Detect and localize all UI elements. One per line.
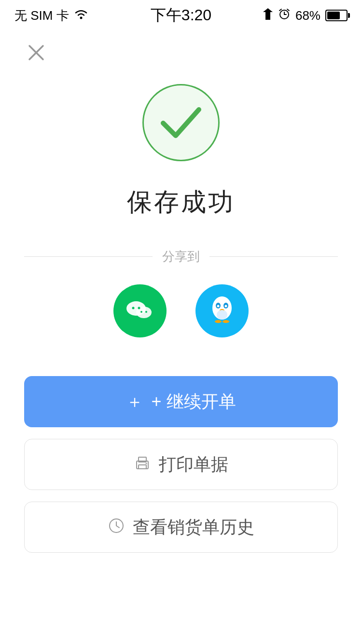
continue-label: + 继续开单: [151, 390, 236, 414]
continue-button[interactable]: ＋ + 继续开单: [24, 376, 338, 427]
share-icons-row: [24, 284, 338, 337]
svg-point-7: [132, 307, 135, 309]
svg-point-8: [138, 307, 140, 309]
svg-point-19: [223, 320, 229, 323]
wechat-icon: [124, 297, 156, 325]
qq-share-button[interactable]: [195, 284, 249, 337]
status-right: 68%: [263, 8, 348, 24]
print-button[interactable]: 打印单据: [24, 439, 338, 490]
clock-icon: [108, 517, 125, 537]
qq-icon: [207, 294, 237, 328]
divider-left: [24, 256, 153, 257]
battery-icon: [325, 10, 348, 21]
wifi-icon: [74, 8, 88, 23]
svg-point-18: [215, 320, 222, 323]
close-button[interactable]: [24, 41, 48, 65]
success-circle: [142, 84, 220, 161]
print-label: 打印单据: [159, 453, 228, 476]
main-content: 保存成功 分享到: [0, 31, 362, 562]
svg-point-0: [80, 16, 82, 19]
status-time: 下午3:20: [151, 5, 211, 26]
svg-point-15: [225, 305, 227, 308]
svg-point-10: [145, 311, 147, 313]
share-section: 分享到: [24, 248, 338, 337]
alarm-icon: [278, 8, 291, 24]
status-bar: 无 SIM 卡 下午3:20 68%: [0, 0, 362, 31]
close-button-wrapper: [24, 41, 338, 65]
divider-right: [209, 256, 338, 257]
divider-row: 分享到: [24, 248, 338, 265]
svg-rect-22: [139, 465, 146, 469]
svg-point-14: [217, 305, 220, 308]
printer-icon: [134, 454, 151, 475]
action-buttons: ＋ + 继续开单 打印单据 查看销货单历: [24, 376, 338, 553]
battery-percent: 68%: [295, 8, 320, 23]
sim-status: 无 SIM 卡: [14, 7, 69, 24]
share-label: 分享到: [153, 248, 209, 265]
plus-icon: ＋: [126, 393, 143, 410]
checkmark-icon: [159, 105, 203, 141]
success-title: 保存成功: [127, 185, 235, 219]
status-left: 无 SIM 卡: [14, 7, 88, 24]
svg-point-23: [146, 463, 147, 464]
svg-point-9: [140, 311, 142, 313]
location-icon: [263, 8, 273, 24]
history-label: 查看销货单历史: [133, 516, 254, 539]
svg-point-17: [217, 310, 227, 320]
wechat-share-button[interactable]: [113, 284, 167, 337]
history-button[interactable]: 查看销货单历史: [24, 502, 338, 553]
